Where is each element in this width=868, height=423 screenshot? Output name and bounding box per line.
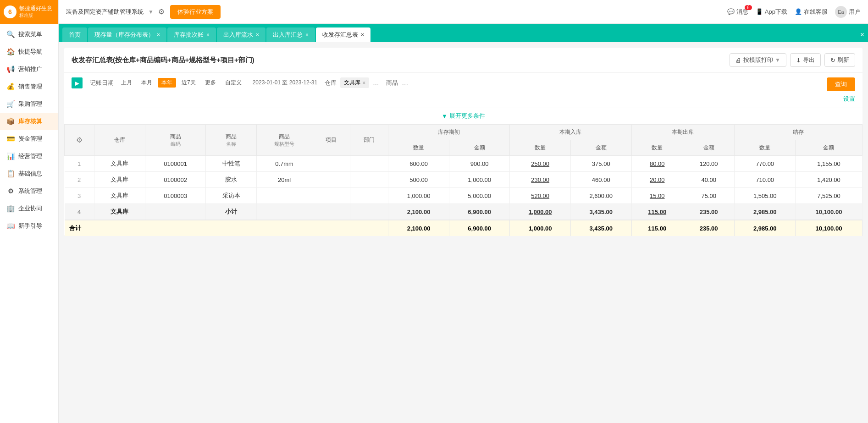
print-dropdown-icon: ▼ <box>775 57 780 63</box>
date-btn-本年[interactable]: 本年 <box>158 78 176 88</box>
tab-bar-close-button[interactable]: × <box>860 31 864 39</box>
sidebar-item-quick-nav[interactable]: 🏠快捷导航 <box>0 43 58 60</box>
online-service-item[interactable]: 👤 在线客服 <box>795 8 828 16</box>
row-close-amt: 10,100.00 <box>795 204 862 220</box>
query-button[interactable]: 查询 <box>827 77 855 91</box>
col-in-qty-header: 数量 <box>510 140 571 156</box>
sidebar-item-system[interactable]: ⚙系统管理 <box>0 182 58 200</box>
tab-close-in-out-summary[interactable]: × <box>305 32 309 38</box>
sidebar: 6 畅捷通好生意 标准版 🔍搜索菜单🏠快捷导航📢营销推广💰销售管理🛒采购管理📦库… <box>0 0 59 423</box>
tab-label-in-out-summary: 出入库汇总 <box>273 31 303 39</box>
out-qty-link[interactable]: 20.00 <box>650 176 665 183</box>
sidebar-item-sales[interactable]: 💰销售管理 <box>0 78 58 95</box>
warehouse-tag-text: 文具库 <box>344 79 360 87</box>
in-qty-link[interactable]: 520.00 <box>531 192 549 199</box>
row-out-qty[interactable]: 115.00 <box>631 204 683 220</box>
tab-close-in-out-flow[interactable]: × <box>256 32 259 38</box>
row-out-qty[interactable]: 15.00 <box>631 188 683 204</box>
message-item[interactable]: 💬 消息 6 <box>727 8 748 16</box>
tab-batch-account[interactable]: 库存批次账× <box>167 27 216 42</box>
message-badge: 6 <box>745 5 752 10</box>
main-area: 装备及固定资产辅助管理系统 ▼ ⚙ 体验行业方案 💬 消息 6 📱 App下载 … <box>59 0 868 423</box>
tab-label-batch-account: 库存批次账 <box>174 31 204 39</box>
col-in-header: 本期入库 <box>510 125 631 140</box>
sidebar-item-enterprise[interactable]: 🏢企业协同 <box>0 200 58 217</box>
row-out-qty[interactable]: 20.00 <box>631 172 683 188</box>
phone-icon: 📱 <box>756 8 763 15</box>
user-item[interactable]: Ea 用户 <box>835 6 861 18</box>
print-button[interactable]: 🖨 按模版打印 ▼ <box>730 53 786 67</box>
row-dept <box>350 204 388 220</box>
sidebar-icon-enterprise: 🏢 <box>6 204 15 213</box>
out-qty-link[interactable]: 115.00 <box>648 209 666 215</box>
footer-close-amt: 10,100.00 <box>795 220 862 236</box>
settings-link[interactable]: 设置 <box>843 95 855 103</box>
row-close-qty: 770.00 <box>735 156 796 172</box>
col-closing-header: 结存 <box>735 125 862 140</box>
col-code-header: 商品编码 <box>145 125 206 156</box>
row-in-qty[interactable]: 230.00 <box>510 172 571 188</box>
print-label: 按模版打印 <box>743 56 773 64</box>
trial-button[interactable]: 体验行业方案 <box>170 5 221 19</box>
export-button[interactable]: ⬇ 导出 <box>790 53 821 67</box>
top-header: 装备及固定资产辅助管理系统 ▼ ⚙ 体验行业方案 💬 消息 6 📱 App下载 … <box>59 0 868 24</box>
out-qty-link[interactable]: 80.00 <box>650 160 665 167</box>
sidebar-label-operations: 经营管理 <box>18 152 42 160</box>
export-label: 导出 <box>803 56 815 64</box>
table-row: 4 文具库 小计 2,100.00 6,900.00 1,000.00 3,43… <box>65 204 862 220</box>
in-qty-link[interactable]: 250.00 <box>531 160 549 167</box>
row-open-amt: 5,000.00 <box>449 188 510 204</box>
table-settings-icon[interactable]: ⚙ <box>76 136 83 144</box>
tab-close-stock-distribution[interactable]: × <box>157 32 160 38</box>
sidebar-icon-search: 🔍 <box>6 30 15 38</box>
sidebar-item-search[interactable]: 🔍搜索菜单 <box>0 26 58 43</box>
tab-stock-distribution[interactable]: 现存量（库存分布表）× <box>88 27 166 42</box>
goods-more[interactable]: ... <box>402 79 408 87</box>
tab-close-recv-send-summary[interactable]: × <box>361 32 364 38</box>
warehouse-more[interactable]: ... <box>373 79 379 87</box>
col-settings-header[interactable]: ⚙ <box>65 125 94 156</box>
system-dropdown-icon[interactable]: ▼ <box>148 9 154 15</box>
header-settings-icon[interactable]: ⚙ <box>158 7 165 16</box>
row-warehouse: 文具库 <box>94 188 145 204</box>
tab-home[interactable]: 首页 <box>62 27 87 42</box>
row-num: 4 <box>65 204 94 220</box>
app-download-item[interactable]: 📱 App下载 <box>756 8 787 16</box>
sidebar-item-operations[interactable]: 📊经营管理 <box>0 148 58 165</box>
sidebar-icon-operations: 📊 <box>6 152 15 160</box>
sidebar-item-inventory[interactable]: 📦库存核算 <box>0 113 58 130</box>
sidebar-nav: 🔍搜索菜单🏠快捷导航📢营销推广💰销售管理🛒采购管理📦库存核算💳资金管理📊经营管理… <box>0 24 58 423</box>
row-out-amt: 40.00 <box>683 172 734 188</box>
row-open-amt: 1,000.00 <box>449 172 510 188</box>
sidebar-item-newbie[interactable]: 📖新手引导 <box>0 217 58 235</box>
sidebar-item-basic-info[interactable]: 📋基础信息 <box>0 165 58 182</box>
row-in-qty[interactable]: 520.00 <box>510 188 571 204</box>
date-btn-上月[interactable]: 上月 <box>117 78 136 88</box>
expand-button[interactable]: ▼ 展开更多条件 <box>442 112 485 120</box>
refresh-button[interactable]: ↻ 刷新 <box>824 53 855 67</box>
in-qty-link[interactable]: 1,000.00 <box>529 209 552 215</box>
row-in-qty[interactable]: 1,000.00 <box>510 204 571 220</box>
tab-in-out-summary[interactable]: 出入库汇总× <box>266 27 315 42</box>
sidebar-item-purchase[interactable]: 🛒采购管理 <box>0 95 58 113</box>
date-btn-更多[interactable]: 更多 <box>201 78 220 88</box>
sidebar-item-assets[interactable]: 💳资金管理 <box>0 130 58 148</box>
date-btn-本月[interactable]: 本月 <box>138 78 156 88</box>
sidebar-item-marketing[interactable]: 📢营销推广 <box>0 60 58 78</box>
date-btn-自定义[interactable]: 自定义 <box>221 78 245 88</box>
date-btn-近7天[interactable]: 近7天 <box>178 78 199 88</box>
collapse-arrow[interactable]: ▶ <box>72 77 83 88</box>
tab-recv-send-summary[interactable]: 收发存汇总表× <box>316 27 370 42</box>
row-out-qty[interactable]: 80.00 <box>631 156 683 172</box>
row-close-qty: 1,505.00 <box>735 188 796 204</box>
warehouse-tag[interactable]: 文具库 × <box>340 77 369 88</box>
out-qty-link[interactable]: 15.00 <box>650 192 665 199</box>
row-in-qty[interactable]: 250.00 <box>510 156 571 172</box>
warehouse-tag-close[interactable]: × <box>362 80 365 86</box>
row-open-amt: 900.00 <box>449 156 510 172</box>
tab-label-home: 首页 <box>69 31 81 39</box>
tab-in-out-flow[interactable]: 出入库流水× <box>217 27 265 42</box>
tab-close-batch-account[interactable]: × <box>206 32 210 38</box>
sidebar-label-basic-info: 基础信息 <box>18 170 42 178</box>
in-qty-link[interactable]: 230.00 <box>531 176 549 183</box>
